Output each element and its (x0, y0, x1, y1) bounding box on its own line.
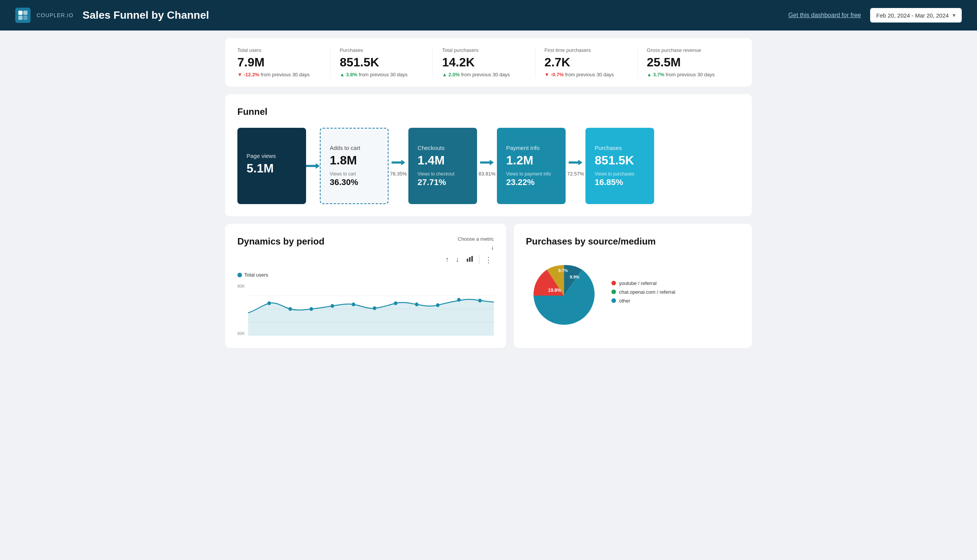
kpi-change-value: ▲ 3.8% (340, 72, 357, 77)
funnel-step-sub-label: Views to cart (330, 171, 379, 177)
kpi-total-purchasers: Total purchasers 14.2K ▲ 2.0% from previ… (433, 47, 535, 77)
date-range-picker[interactable]: Feb 20, 2024 - Mar 20, 2024 ▾ (870, 8, 962, 23)
kpi-change: ▼ -0.7% from previous 30 days (544, 72, 628, 77)
svg-point-23 (457, 298, 460, 302)
svg-point-15 (288, 307, 292, 311)
kpi-change: ▲ 3.7% from previous 30 days (647, 72, 730, 77)
kpi-gross-revenue: Gross purchase revenue 25.5M ▲ 3.7% from… (638, 47, 740, 77)
kpi-change-value: ▼ -12.2% (237, 72, 259, 77)
more-options-button[interactable]: ⋮ (483, 254, 494, 266)
svg-rect-1 (23, 11, 27, 15)
funnel-step-label: Checkouts (418, 145, 468, 151)
funnel-step-payment: Payment info 1.2M Views to payment info … (497, 128, 566, 204)
svg-marker-6 (480, 160, 494, 165)
pie-legend: youtube / referral chat.openai.com / ref… (611, 280, 675, 303)
y-axis: 80K 60K (237, 282, 245, 336)
kpi-value: 2.7K (544, 55, 628, 70)
kpi-change-text: from previous 30 days (359, 72, 408, 77)
pie-legend-dot-other (611, 298, 616, 303)
dynamics-title: Dynamics by period (237, 236, 324, 247)
kpi-label: Total purchasers (442, 47, 526, 53)
kpi-total-users: Total users 7.9M ▼ -12.2% from previous … (237, 47, 331, 77)
kpi-value: 7.9M (237, 55, 321, 70)
funnel-step-value: 5.1M (247, 162, 297, 175)
between-pct-1: 76.35% (390, 156, 407, 177)
pie-legend-dot-openai (611, 290, 616, 294)
svg-point-14 (267, 302, 271, 305)
page-title: Sales Funnel by Channel (82, 9, 209, 22)
between-pct-3: 72.57% (567, 156, 584, 177)
y-label-bottom: 60K (237, 331, 245, 336)
funnel-card-pageviews: Page views 5.1M (237, 128, 306, 204)
kpi-change-value: ▲ 2.0% (442, 72, 459, 77)
dynamics-section: Dynamics by period Choose a metric ↓ ↑ ↓ (225, 224, 506, 348)
kpi-purchases: Purchases 851.5K ▲ 3.8% from previous 30… (331, 47, 433, 77)
header-right: Get this dashboard for free Feb 20, 2024… (788, 8, 962, 23)
funnel-step-purchases: Purchases 851.5K Views to purchases 16.8… (585, 128, 654, 204)
svg-point-21 (415, 303, 418, 306)
funnel-arrow-3 (480, 156, 494, 169)
pie-legend-label: other (619, 298, 630, 303)
kpi-change: ▲ 3.8% from previous 30 days (340, 72, 423, 77)
funnel-step-value: 1.2M (506, 153, 556, 167)
svg-point-16 (309, 307, 313, 311)
header: COUPLER.IO Sales Funnel by Channel Get t… (0, 0, 977, 30)
between-pct-value: 83.81% (479, 171, 495, 177)
kpi-change: ▲ 2.0% from previous 30 days (442, 72, 526, 77)
dynamics-chart-area: 80K 60K (237, 282, 494, 336)
svg-rect-0 (18, 11, 23, 15)
dynamics-header: Dynamics by period Choose a metric ↓ ↑ ↓ (237, 236, 494, 266)
kpi-label: First time purchasers (544, 47, 628, 53)
pie-label-1: 19.8% (548, 288, 561, 293)
kpi-change-value: ▼ -0.7% (544, 72, 564, 77)
funnel-step-sub-label: Views to payment info (506, 171, 556, 177)
between-pct-value: 76.35% (390, 171, 407, 177)
funnel-step-label: Adds to cart (330, 145, 379, 151)
svg-point-20 (394, 302, 397, 305)
svg-point-18 (351, 303, 355, 306)
funnel-step-sub-value: 23.22% (506, 177, 556, 187)
logo-icon (15, 8, 30, 23)
metric-chart-button[interactable] (464, 253, 475, 266)
kpi-change-text: from previous 30 days (461, 72, 510, 77)
metric-down-button[interactable]: ↓ (454, 254, 461, 265)
svg-rect-3 (23, 16, 27, 20)
kpi-label: Gross purchase revenue (647, 47, 730, 53)
between-pct-2: 83.81% (479, 156, 495, 177)
kpi-value: 14.2K (442, 55, 526, 70)
svg-point-22 (436, 303, 439, 307)
choose-metric-area: Choose a metric ↓ ↑ ↓ ⋮ (444, 236, 494, 266)
pie-area: 19.8% 9.7% 9.9% youtube / referral chat.… (526, 257, 740, 326)
svg-point-17 (331, 304, 334, 308)
purchases-section: Purchases by source/medium (514, 224, 752, 348)
funnel-step-label: Purchases (595, 145, 645, 151)
legend-item-3: other (611, 298, 675, 303)
metric-divider (479, 255, 479, 264)
choose-metric-down-arrow: ↓ (491, 244, 494, 251)
svg-point-24 (478, 299, 482, 303)
kpi-change: ▼ -12.2% from previous 30 days (237, 72, 321, 77)
pie-legend-label: youtube / referral (619, 280, 656, 286)
logo-text: COUPLER.IO (37, 12, 73, 18)
funnel-arrow-4 (569, 156, 582, 169)
svg-marker-4 (306, 163, 320, 168)
legend-item-2: chat.openai.com / referral (611, 289, 675, 295)
kpi-value: 25.5M (647, 55, 730, 70)
kpi-label: Purchases (340, 47, 423, 53)
kpi-value: 851.5K (340, 55, 423, 70)
chevron-down-icon: ▾ (953, 12, 955, 19)
funnel-card-checkouts: Checkouts 1.4M Views to checkout 27.71% (408, 128, 477, 204)
get-dashboard-link[interactable]: Get this dashboard for free (788, 12, 861, 19)
funnel-step-value: 1.4M (418, 153, 468, 167)
chart-legend: Total users (237, 272, 494, 278)
svg-rect-8 (467, 258, 468, 262)
svg-point-19 (372, 306, 376, 310)
legend-item-1: youtube / referral (611, 280, 675, 286)
metric-up-button[interactable]: ↑ (444, 254, 450, 265)
funnel-step-pageviews: Page views 5.1M (237, 128, 306, 204)
funnel-step-sub-value: 27.71% (418, 177, 468, 187)
funnel-step-sub-value: 36.30% (330, 177, 379, 187)
funnel-card-addstocart: Adds to cart 1.8M Views to cart 36.30% (320, 128, 389, 204)
purchases-title: Purchases by source/medium (526, 236, 740, 247)
pie-label-3: 9.9% (570, 275, 580, 279)
